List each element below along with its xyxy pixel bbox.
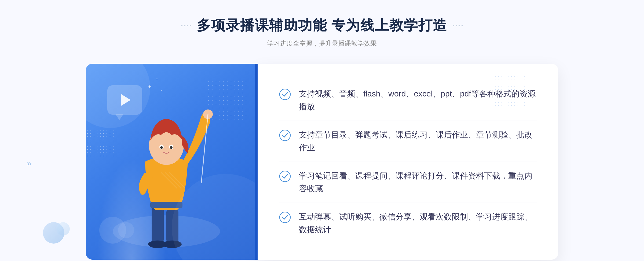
feature-text-3: 学习笔记回看、课程提问、课程评论打分、课件资料下载，重点内容收藏 xyxy=(299,169,537,195)
svg-point-4 xyxy=(163,241,182,248)
svg-rect-1 xyxy=(152,205,164,245)
svg-point-17 xyxy=(280,130,290,141)
feature-text-2: 支持章节目录、弹题考试、课后练习、课后作业、章节测验、批改作业 xyxy=(299,128,537,154)
feature-item-4: 互动弹幕、试听购买、微信分享、观看次数限制、学习进度跟踪、数据统计 xyxy=(279,203,537,244)
svg-point-18 xyxy=(280,171,290,182)
title-dots-right xyxy=(453,25,463,26)
check-icon-1 xyxy=(279,88,291,100)
title-dots-left xyxy=(181,25,191,26)
svg-point-16 xyxy=(280,89,290,100)
feature-text-4: 互动弹幕、试听购买、微信分享、观看次数限制、学习进度跟踪、数据统计 xyxy=(299,210,537,236)
page-wrapper: » 多项录播课辅助功能 专为线上教学打造 学习进度全掌握，提升录播课教学效果 ✦ xyxy=(0,0,644,261)
outside-circle-decoration-2 xyxy=(56,222,70,236)
title-section: 多项录播课辅助功能 专为线上教学打造 学习进度全掌握，提升录播课教学效果 xyxy=(181,16,463,48)
feature-item-3: 学习笔记回看、课程提问、课程评论打分、课件资料下载，重点内容收藏 xyxy=(279,162,537,203)
check-icon-4 xyxy=(279,211,291,223)
svg-point-19 xyxy=(280,212,290,223)
svg-rect-2 xyxy=(166,207,178,245)
content-area: ✦ ✦ · xyxy=(86,64,558,260)
illustration-card: ✦ ✦ · xyxy=(86,64,258,260)
check-icon-3 xyxy=(279,170,291,182)
svg-rect-10 xyxy=(150,202,182,208)
blue-border-bar xyxy=(255,64,258,260)
main-title: 多项录播课辅助功能 专为线上教学打造 xyxy=(197,16,447,35)
arrows-left-decoration: » xyxy=(27,158,32,168)
sub-title: 学习进度全掌握，提升录播课教学效果 xyxy=(267,39,377,48)
dot-pattern-left-lower xyxy=(86,129,115,158)
dot-pattern-right xyxy=(494,75,526,107)
svg-point-9 xyxy=(170,146,173,149)
check-icon-2 xyxy=(279,129,291,141)
title-row: 多项录播课辅助功能 专为线上教学打造 xyxy=(181,16,463,35)
person-illustration xyxy=(86,64,258,260)
feature-item-2: 支持章节目录、弹题考试、课后练习、课后作业、章节测验、批改作业 xyxy=(279,121,537,162)
svg-point-8 xyxy=(160,146,163,149)
